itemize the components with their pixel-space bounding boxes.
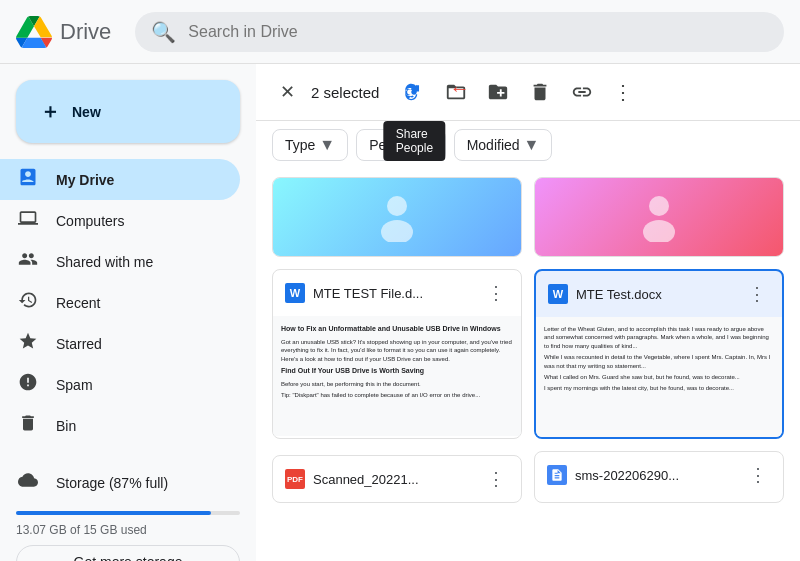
computers-icon [16, 208, 40, 233]
more-button[interactable]: ⋮ [605, 72, 641, 112]
type-chevron-icon: ▼ [319, 136, 335, 154]
file-more-button[interactable]: ⋮ [744, 279, 770, 309]
sidebar-item-label: Starred [56, 336, 102, 352]
new-button[interactable]: ＋ New [16, 80, 240, 143]
file-more-button[interactable]: ⋮ [483, 464, 509, 494]
image-preview-left [273, 178, 521, 256]
files-area: W MTE TEST File.d... ⋮ How to Fix an Unf… [256, 169, 800, 561]
file-title-area: W MTE Test.docx [548, 284, 662, 304]
doc-preview-text: How to Fix an Unformattable and Unusable… [273, 316, 521, 436]
file-card-scanned[interactable]: PDF Scanned_20221... ⋮ [272, 455, 522, 503]
folder-button[interactable] [479, 73, 517, 111]
toolbar: ✕ 2 selected ← Share People [256, 64, 800, 121]
share-tooltip-text: Share [396, 127, 428, 141]
file-title-area: W MTE TEST File.d... [285, 283, 423, 303]
spam-icon [16, 372, 40, 397]
type-filter-label: Type [285, 137, 315, 153]
share-button[interactable] [395, 73, 433, 111]
file-title-area: PDF Scanned_20221... [285, 469, 419, 489]
file-card-header: sms-202206290... ⋮ [535, 452, 783, 498]
storage-icon [16, 470, 40, 495]
bin-icon [16, 413, 40, 438]
sidebar-item-shared-with-me[interactable]: Shared with me [0, 241, 240, 282]
svg-point-3 [643, 220, 675, 242]
file-card-mte-test-file[interactable]: W MTE TEST File.d... ⋮ How to Fix an Unf… [272, 269, 522, 439]
modified-filter[interactable]: Modified ▼ [454, 129, 553, 161]
doc-preview-text: Letter of the Wheat Gluten, and to accom… [536, 317, 782, 437]
file-card-sms[interactable]: sms-202206290... ⋮ [534, 451, 784, 503]
sidebar-item-label: Computers [56, 213, 124, 229]
sidebar-item-label: Storage (87% full) [56, 475, 168, 491]
svg-point-1 [381, 220, 413, 242]
svg-point-0 [387, 196, 407, 216]
link-button[interactable] [563, 73, 601, 111]
file-preview: How to Fix an Unformattable and Unusable… [273, 316, 521, 436]
storage-bar-fill [16, 511, 211, 515]
file-name: Scanned_20221... [313, 472, 419, 487]
my-drive-icon [16, 167, 40, 192]
search-input[interactable] [188, 23, 768, 41]
arrow-indicator: ← [449, 77, 469, 100]
storage-bar-container: 13.07 GB of 15 GB used Get more storage [0, 503, 256, 561]
file-name: sms-202206290... [575, 468, 679, 483]
word-icon: W [285, 283, 305, 303]
file-card-header: PDF Scanned_20221... ⋮ [273, 456, 521, 502]
storage-used-text: 13.07 GB of 15 GB used [16, 523, 240, 537]
search-icon: 🔍 [151, 20, 176, 44]
file-more-button[interactable]: ⋮ [745, 460, 771, 490]
get-more-storage-button[interactable]: Get more storage [16, 545, 240, 561]
file-preview: Letter of the Wheat Gluten, and to accom… [536, 317, 782, 437]
sidebar-item-computers[interactable]: Computers [0, 200, 240, 241]
file-card-mte-test-docx[interactable]: W MTE Test.docx ⋮ Letter of the Wheat Gl… [534, 269, 784, 439]
image-preview-right [535, 178, 783, 256]
modified-chevron-icon: ▼ [524, 136, 540, 154]
sidebar-item-label: My Drive [56, 172, 114, 188]
new-button-label: New [72, 104, 101, 120]
pdf-icon: PDF [285, 469, 305, 489]
image-card-right[interactable] [534, 177, 784, 257]
sidebar-item-label: Recent [56, 295, 100, 311]
sidebar-item-label: Shared with me [56, 254, 153, 270]
delete-button[interactable] [521, 73, 559, 111]
shared-with-me-icon [16, 249, 40, 274]
sidebar-item-starred[interactable]: Starred [0, 323, 240, 364]
type-filter[interactable]: Type ▼ [272, 129, 348, 161]
sidebar-item-label: Spam [56, 377, 93, 393]
file-title-area: sms-202206290... [547, 465, 679, 485]
app-logo: Drive [16, 14, 111, 50]
sidebar-item-storage[interactable]: Storage (87% full) [0, 462, 240, 503]
file-card-header: W MTE TEST File.d... ⋮ [273, 270, 521, 316]
selected-count: 2 selected [311, 84, 379, 101]
drive-logo-icon [16, 14, 52, 50]
filter-bar: Type ▼ People ▼ Modified ▼ [256, 121, 800, 169]
app-header: Drive 🔍 [0, 0, 800, 64]
main-layout: ＋ New My Drive Computers Shared with me [0, 64, 800, 561]
search-bar[interactable]: 🔍 [135, 12, 784, 52]
storage-bar-bg [16, 511, 240, 515]
share-button-wrapper: ← Share People [395, 73, 433, 111]
deselect-button[interactable]: ✕ [272, 77, 303, 107]
sidebar-item-my-drive[interactable]: My Drive [0, 159, 240, 200]
starred-icon [16, 331, 40, 356]
sidebar-item-spam[interactable]: Spam [0, 364, 240, 405]
svg-point-2 [649, 196, 669, 216]
file-name: MTE TEST File.d... [313, 286, 423, 301]
red-arrow-icon: ← [449, 77, 469, 100]
toolbar-actions: ← Share People [395, 72, 641, 112]
doc-icon [547, 465, 567, 485]
sidebar-item-recent[interactable]: Recent [0, 282, 240, 323]
content-area: ✕ 2 selected ← Share People [256, 64, 800, 561]
recent-icon [16, 290, 40, 315]
sidebar: ＋ New My Drive Computers Shared with me [0, 64, 256, 561]
word-icon: W [548, 284, 568, 304]
app-name: Drive [60, 19, 111, 45]
plus-icon: ＋ [40, 98, 60, 125]
file-card-header: W MTE Test.docx ⋮ [536, 271, 782, 317]
sidebar-item-label: Bin [56, 418, 76, 434]
modified-filter-label: Modified [467, 137, 520, 153]
sidebar-item-bin[interactable]: Bin [0, 405, 240, 446]
file-more-button[interactable]: ⋮ [483, 278, 509, 308]
people-tooltip-text: People [396, 141, 433, 155]
image-card-left[interactable] [272, 177, 522, 257]
file-name: MTE Test.docx [576, 287, 662, 302]
